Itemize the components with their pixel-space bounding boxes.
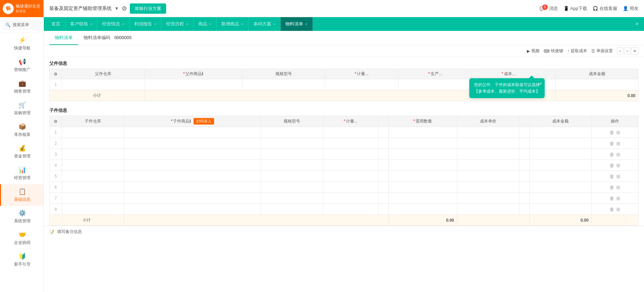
child-product-1[interactable] [124, 127, 261, 138]
child-qty-2[interactable] [388, 138, 457, 149]
parent-product-1[interactable] [145, 79, 242, 90]
copy-icon-7[interactable]: ⊞ [616, 196, 620, 201]
system-dropdown-icon[interactable]: ▼ [114, 6, 119, 11]
extract-cost-btn[interactable]: ↑ 提取成本 [567, 48, 587, 54]
next-btn[interactable]: › [624, 47, 630, 55]
child-col-settings[interactable]: ⚙ [50, 116, 62, 127]
user-item[interactable]: 👤 用友 [623, 5, 639, 12]
child-unit-price-2[interactable] [457, 138, 519, 149]
sub-tab-bom[interactable]: 物料清单 [49, 31, 78, 45]
sales-icon: 💼 [18, 80, 26, 87]
sub-tab-bom-code[interactable]: 物料清单编码 0000005 [78, 31, 137, 45]
parent-col-produce: *生产... [398, 69, 472, 79]
close-tab-barcode[interactable]: × [273, 22, 275, 26]
prev-btn[interactable]: ‹ [617, 47, 623, 55]
child-spec-1[interactable] [261, 127, 323, 138]
online-service-item[interactable]: 🎧 在线客服 [593, 5, 617, 12]
search-menu-button[interactable]: 🔍 搜索菜单 [3, 20, 41, 30]
parent-subtotal-label: 小计 [50, 90, 145, 101]
messages-area: 💬 6 [540, 6, 548, 11]
parent-unit-1[interactable] [325, 79, 398, 90]
parent-produce-1[interactable] [398, 79, 472, 90]
copy-icon-4[interactable]: ⊞ [616, 163, 620, 168]
close-tab-new-goods[interactable]: × [241, 22, 243, 26]
sidebar-item-operations[interactable]: 📊 经营管理 [0, 163, 44, 184]
child-col-unit-price: 成本单价 [457, 116, 519, 127]
child-warehouse-1[interactable] [62, 127, 124, 138]
copy-icon-2[interactable]: ⊞ [616, 141, 620, 146]
copy-icon-1[interactable]: ⊞ [616, 130, 620, 135]
tab-operations[interactable]: 经营情况 × [97, 17, 129, 31]
view-btn[interactable]: ▶ 视频 [527, 48, 540, 54]
app-download-item[interactable]: 📱 App下载 [564, 5, 587, 12]
tab-new-goods[interactable]: 新增商品 × [216, 17, 248, 31]
sidebar-item-inventory[interactable]: 📦 库存核算 [0, 119, 44, 141]
delete-icon-1[interactable]: 🗑 [609, 130, 614, 135]
tab-goods[interactable]: 商品 × [194, 17, 216, 31]
delete-icon-3[interactable]: 🗑 [609, 152, 614, 157]
tab-bom[interactable]: 物料清单 × [281, 17, 312, 31]
sidebar-item-sales[interactable]: 💼 销售管理 [0, 76, 44, 98]
child-subtotal-amount: 0.00 [529, 215, 591, 226]
sidebar-item-purchase[interactable]: 🛒 采购管理 [0, 98, 44, 119]
close-tab-customer[interactable]: × [90, 22, 92, 26]
shortcut-btn[interactable]: ⌨ 快捷键 [544, 48, 563, 54]
child-spec-2[interactable] [261, 138, 323, 149]
child-unit-price-1[interactable] [457, 127, 519, 138]
copy-icon-8[interactable]: ⊞ [616, 207, 620, 212]
delete-icon-5[interactable]: 🗑 [609, 174, 614, 179]
delete-icon-6[interactable]: 🗑 [609, 185, 614, 190]
copy-icon-6[interactable]: ⊞ [616, 185, 620, 190]
single-settings-btn[interactable]: ☰ 单据设置 [591, 48, 613, 54]
messages-item[interactable]: 💬 6 消息 [540, 5, 558, 12]
page-toolbar: ▶ 视频 ⌨ 快捷键 ↑ 提取成本 ☰ 单据设置 ‹ › ≡ [44, 45, 644, 57]
video-icon: ▶ [527, 49, 530, 54]
child-action-1: 🗑⊞ [592, 127, 639, 138]
delete-icon-2[interactable]: 🗑 [609, 141, 614, 146]
child-unit-1[interactable] [323, 127, 378, 138]
tab-customer[interactable]: 客户联络 × [65, 17, 97, 31]
child-product-2[interactable] [124, 138, 261, 149]
child-col-extra1 [378, 116, 388, 127]
child-warehouse-2[interactable] [62, 138, 124, 149]
sidebar-item-finance[interactable]: 💰 资金管理 [0, 141, 44, 163]
purchase-icon: 🛒 [18, 101, 26, 109]
tooltip-close-btn[interactable]: × [539, 80, 542, 87]
tab-profit[interactable]: 利润报告 × [129, 17, 161, 31]
delete-icon-8[interactable]: 🗑 [609, 207, 614, 212]
parent-col-settings[interactable]: ⚙ [50, 69, 62, 79]
close-tab-goods[interactable]: × [209, 22, 211, 26]
close-tab-operations[interactable]: × [122, 22, 124, 26]
tab-home[interactable]: 首页 [47, 17, 65, 31]
sidebar-item-basic-info[interactable]: 📋 基础信息 [0, 184, 44, 206]
sidebar-item-system[interactable]: ⚙️ 系统管理 [0, 206, 44, 227]
settings-icon[interactable]: ⚙ [122, 5, 127, 12]
experience-btn[interactable]: 体验行业方案 [130, 3, 166, 14]
sidebar-item-quick-nav[interactable]: ⚡ 快捷导航 [0, 33, 44, 55]
tab-history[interactable]: 经营历程 × [161, 17, 193, 31]
delete-icon-4[interactable]: 🗑 [609, 163, 614, 168]
list-view-btn[interactable]: ≡ [631, 47, 639, 55]
child-qty-1[interactable] [388, 127, 457, 138]
parent-warehouse-1[interactable] [62, 79, 145, 90]
sidebar-item-collab[interactable]: 🤝 企业协同 [0, 227, 44, 249]
tab-barcode[interactable]: 条码方案 × [249, 17, 281, 31]
note-icon: 📝 [49, 230, 54, 234]
copy-icon-3[interactable]: ⊞ [616, 152, 620, 157]
close-tab-profit[interactable]: × [154, 22, 156, 26]
close-tab-bom[interactable]: × [305, 22, 307, 26]
child-amount-2 [529, 138, 591, 149]
scan-input-btn[interactable]: 扫码录入 [194, 118, 214, 125]
inventory-icon: 📦 [18, 123, 26, 130]
close-tab-history[interactable]: × [186, 22, 188, 26]
parent-subtotal-spacer [545, 90, 556, 101]
close-all-tabs[interactable]: × [633, 21, 641, 27]
child-action-2: 🗑⊞ [592, 138, 639, 149]
delete-icon-7[interactable]: 🗑 [609, 196, 614, 201]
parent-spec-1[interactable] [242, 79, 325, 90]
copy-icon-5[interactable]: ⊞ [616, 174, 620, 179]
sidebar-item-guide[interactable]: 🔰 新手引导 [0, 249, 44, 271]
sidebar-item-marketing[interactable]: 📢 营销推广 [0, 55, 44, 76]
child-unit-2[interactable] [323, 138, 378, 149]
child-action-8: 🗑⊞ [592, 204, 639, 215]
